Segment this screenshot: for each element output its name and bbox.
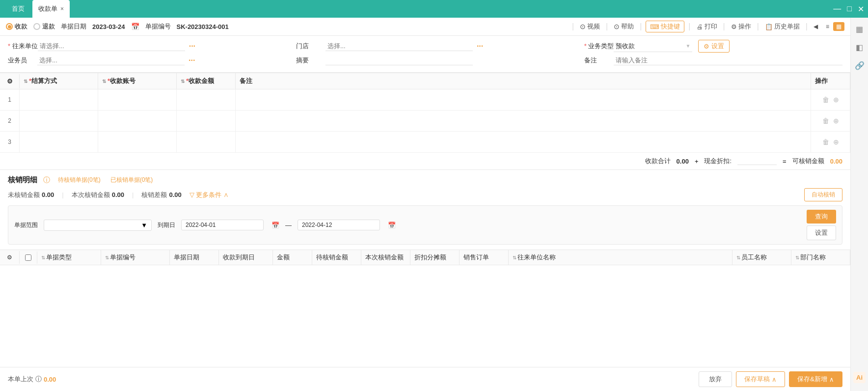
table-row: 2 🗑 ⊕ (0, 111, 850, 132)
filter-date-to[interactable] (298, 220, 380, 230)
calendar-from-icon[interactable]: 📅 (271, 222, 279, 229)
row-account-3[interactable] (98, 132, 177, 152)
settings-button[interactable]: ⚙ 设置 (698, 40, 730, 53)
row-jiesuan-3[interactable] (20, 132, 98, 152)
row-remark-2[interactable] (236, 111, 811, 131)
row-amount-1[interactable] (177, 89, 236, 110)
discount-input[interactable] (737, 157, 777, 165)
available-value: 0.00 (830, 158, 842, 165)
btn-video[interactable]: ⊙ 视频 (578, 21, 602, 32)
radio-tuikuan[interactable]: 退款 (33, 22, 55, 31)
radio-shoukuan[interactable]: 收款 (6, 22, 27, 31)
btn-shortcut[interactable]: ⌨ 快捷键 (646, 21, 684, 32)
tab-close[interactable]: × (60, 5, 64, 12)
window-maximize[interactable]: □ (847, 4, 852, 14)
bth-discount: 折扣分摊额 (410, 250, 460, 265)
th-gear[interactable]: ⚙ (0, 74, 20, 88)
delete-icon-2[interactable]: 🗑 (822, 117, 829, 125)
info-icon[interactable]: ⓘ (35, 375, 42, 384)
abstract-label: 摘要 (296, 56, 326, 65)
total-value: 0.00 (677, 158, 689, 165)
select-all-checkbox[interactable] (25, 254, 31, 261)
delete-icon-3[interactable]: 🗑 (822, 138, 829, 146)
save-draft-label: 保存草稿 (744, 375, 770, 384)
date-calendar-icon[interactable]: 📅 (131, 23, 139, 30)
tab-done[interactable]: 已核销单据(0笔) (108, 175, 155, 185)
btn-print[interactable]: 🖨 打印 (695, 21, 719, 32)
copy-icon-3[interactable]: ⊕ (833, 138, 839, 146)
verify-info-icon[interactable]: ⓘ (43, 176, 50, 185)
field-partner: * 往来单位 ··· (8, 41, 292, 51)
salesperson-input[interactable] (37, 56, 185, 65)
sidebar-table-icon[interactable]: ▦ (853, 22, 866, 37)
stat-diff: 核销差额 0.00 (141, 191, 181, 199)
field-remark: 备注 (584, 56, 842, 65)
row-num-1: 1 (0, 89, 20, 110)
row-amount-3[interactable] (177, 132, 236, 152)
bth-checkbox[interactable] (20, 251, 37, 264)
row-account-1[interactable] (98, 89, 177, 110)
table-header: ⚙ ⇅ *结算方式 ⇅ *收款账号 ⇅ *收款金额 备注 (0, 73, 850, 89)
tab-pending[interactable]: 待核销单据(0笔) (56, 175, 103, 185)
th-remark-label: 备注 (240, 77, 252, 85)
more-filter-btn[interactable]: ▽ 更多条件 ∧ (190, 191, 229, 199)
th-jiesuan: ⇅ *结算方式 (20, 73, 98, 89)
sidebar-link-icon[interactable]: 🔗 (852, 58, 868, 73)
copy-icon-2[interactable]: ⊕ (833, 117, 839, 125)
abstract-input[interactable] (326, 56, 473, 65)
bth-gear[interactable]: ⚙ (0, 251, 20, 264)
bth-type: ⇅ 单据类型 (37, 250, 101, 265)
save-new-label: 保存&新增 (797, 375, 827, 384)
tab-receipt[interactable]: 收款单 × (32, 0, 70, 18)
salesperson-dots[interactable]: ··· (189, 56, 195, 65)
copy-icon-1[interactable]: ⊕ (833, 96, 839, 104)
tab-home[interactable]: 首页 (4, 0, 32, 18)
sidebar-ai-icon[interactable]: Ai (853, 372, 866, 383)
btn-grid-view[interactable]: ▦ (833, 22, 844, 31)
store-dots[interactable]: ··· (477, 42, 483, 51)
partner-dots[interactable]: ··· (189, 42, 195, 51)
row-remark-3[interactable] (236, 132, 811, 152)
sidebar-layout-icon[interactable]: ◧ (853, 40, 866, 55)
row-remark-1[interactable] (236, 89, 811, 110)
abandon-button[interactable]: 放弃 (699, 371, 732, 387)
partner-input[interactable] (38, 41, 185, 51)
store-input[interactable] (326, 41, 473, 51)
field-store: 门店 ··· (296, 41, 580, 51)
delete-icon-1[interactable]: 🗑 (822, 96, 829, 104)
business-type-label: * 业务类型 (584, 42, 614, 51)
filter-range-select[interactable]: ▼ (44, 220, 152, 231)
row-amount-2[interactable] (177, 111, 236, 131)
filter-row: 单据范围 ▼ 到期日 📅 — 📅 查询 设置 (8, 205, 842, 245)
save-draft-button[interactable]: 保存草稿 ∧ (736, 371, 785, 387)
verify-title: 核销明细 (8, 175, 37, 185)
btn-operate[interactable]: ⚙ 操作 (729, 21, 753, 32)
btn-help[interactable]: ⊙ 帮助 (612, 21, 636, 32)
row-jiesuan-1[interactable] (20, 89, 98, 110)
save-new-button[interactable]: 保存&新增 ∧ (789, 371, 842, 387)
remark-input[interactable] (614, 56, 842, 65)
window-minimize[interactable]: — (833, 4, 841, 14)
gear-icon: ⚙ (704, 43, 709, 50)
filter-setting-btn[interactable]: 设置 (807, 225, 836, 240)
th-action-label: 操作 (815, 77, 828, 85)
radio-tuikuan-dot (33, 23, 40, 30)
btn-history[interactable]: 📋 历史单据 (763, 21, 802, 32)
print-icon: 🖨 (697, 23, 703, 30)
row-jiesuan-2[interactable] (20, 111, 98, 131)
window-close[interactable]: ✕ (858, 4, 864, 14)
calendar-to-icon[interactable]: 📅 (388, 222, 396, 229)
btn-prev[interactable]: ◀ (812, 22, 820, 31)
btn-list-view[interactable]: ≡ (824, 22, 831, 31)
tab-receipt-label: 收款单 (38, 4, 57, 13)
row-account-2[interactable] (98, 111, 177, 131)
query-btn[interactable]: 查询 (807, 210, 836, 223)
chevron-down-filter: ▼ (141, 222, 147, 229)
business-type-select[interactable]: 预收款 ▼ (614, 41, 692, 52)
save-new-arrow-icon: ∧ (829, 376, 834, 383)
form-fields: * 往来单位 ··· 门店 ··· * 业务类型 预收款 (0, 36, 850, 73)
th-account: ⇅ *收款账号 (98, 73, 177, 89)
filter-date-from[interactable] (181, 220, 264, 230)
auto-verify-btn[interactable]: 自动核销 (804, 188, 842, 201)
bth-employee: ⇅ 员工名称 (732, 250, 791, 265)
